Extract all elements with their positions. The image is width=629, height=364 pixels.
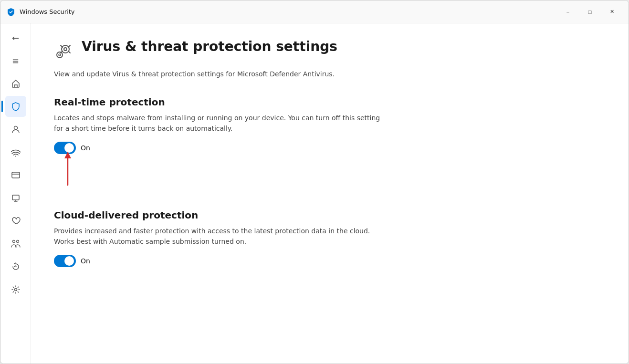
- svg-point-8: [16, 240, 19, 243]
- sidebar-item-menu[interactable]: ≡: [5, 50, 26, 71]
- cloud-toggle-row: On: [54, 255, 606, 267]
- app-body: ← ≡: [0, 23, 629, 364]
- cloud-toggle[interactable]: [54, 255, 76, 267]
- titlebar-title: Windows Security: [20, 8, 75, 15]
- menu-icon: ≡: [12, 56, 19, 66]
- device-icon: [11, 193, 21, 203]
- sidebar-item-settings[interactable]: [5, 279, 26, 300]
- sidebar-item-family[interactable]: [5, 233, 26, 254]
- svg-point-0: [14, 126, 17, 130]
- realtime-section-title: Real-time protection: [54, 96, 606, 108]
- page-title-group: Virus & threat protection settings: [82, 39, 337, 55]
- titlebar-controls: − □ ✕: [557, 4, 623, 20]
- family-icon: [10, 239, 21, 249]
- sidebar-item-shield[interactable]: [5, 96, 26, 117]
- svg-point-1: [15, 156, 16, 157]
- cloud-toggle-label: On: [81, 257, 90, 265]
- history-icon: [11, 262, 21, 271]
- home-icon: [11, 79, 21, 88]
- sidebar-item-health[interactable]: [5, 210, 26, 231]
- svg-point-7: [12, 240, 15, 243]
- page-subtitle: View and update Virus & threat protectio…: [54, 69, 388, 79]
- sidebar: ← ≡: [0, 23, 31, 364]
- health-icon: [11, 216, 21, 226]
- svg-point-12: [57, 52, 63, 58]
- sidebar-item-history[interactable]: [5, 256, 26, 277]
- red-arrow: [61, 152, 75, 195]
- sidebar-item-back[interactable]: ←: [5, 27, 26, 48]
- account-icon: [11, 125, 21, 134]
- svg-point-10: [62, 45, 69, 53]
- realtime-toggle-row: On: [54, 142, 606, 154]
- svg-rect-4: [12, 195, 19, 200]
- close-button[interactable]: ✕: [601, 4, 623, 20]
- svg-point-11: [64, 48, 67, 51]
- app-browser-icon: [11, 170, 21, 180]
- page-header-icon: [54, 41, 74, 63]
- sidebar-item-app[interactable]: [5, 165, 26, 186]
- network-icon: [11, 147, 21, 157]
- shield-icon: [11, 102, 21, 111]
- realtime-toggle-label: On: [81, 144, 90, 152]
- cloud-protection-section: Cloud-delivered protection Provides incr…: [54, 209, 606, 267]
- svg-point-9: [14, 289, 17, 291]
- titlebar: Windows Security − □ ✕: [0, 0, 629, 23]
- sidebar-item-device[interactable]: [5, 187, 26, 208]
- minimize-button[interactable]: −: [557, 4, 579, 20]
- sidebar-item-account[interactable]: [5, 119, 26, 140]
- page-title: Virus & threat protection settings: [82, 39, 337, 55]
- back-icon: ←: [12, 33, 19, 43]
- windows-security-window: Windows Security − □ ✕ ← ≡: [0, 0, 629, 364]
- titlebar-left: Windows Security: [6, 7, 75, 17]
- app-icon: [6, 7, 16, 17]
- realtime-section-desc: Locates and stops malware from installin…: [54, 113, 388, 134]
- maximize-button[interactable]: □: [579, 4, 601, 20]
- realtime-protection-section: Real-time protection Locates and stops m…: [54, 96, 606, 192]
- svg-rect-2: [12, 172, 20, 178]
- sidebar-item-home[interactable]: [5, 73, 26, 94]
- cloud-section-title: Cloud-delivered protection: [54, 209, 606, 221]
- sidebar-item-network[interactable]: [5, 142, 26, 163]
- cloud-section-desc: Provides increased and faster protection…: [54, 226, 388, 247]
- main-content: Virus & threat protection settings View …: [31, 23, 629, 364]
- settings-icon: [11, 285, 21, 294]
- page-header: Virus & threat protection settings: [54, 39, 606, 63]
- svg-point-13: [59, 54, 61, 56]
- arrow-annotation: [54, 154, 606, 192]
- svg-marker-15: [64, 152, 71, 158]
